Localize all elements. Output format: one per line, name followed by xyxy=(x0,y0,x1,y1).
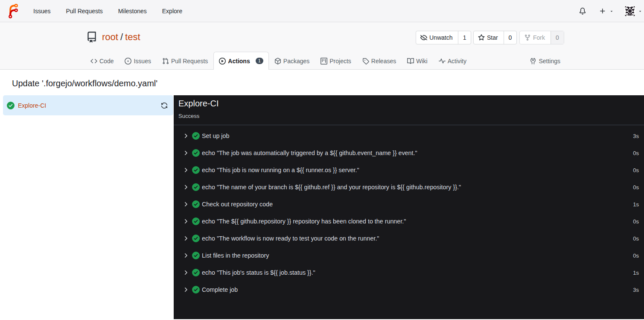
chevron-right-icon xyxy=(182,252,189,259)
chevron-right-icon xyxy=(182,286,189,293)
job-success-icon xyxy=(7,102,15,109)
job-step-row[interactable]: echo "The ${{ github.repository }} repos… xyxy=(174,213,644,230)
navbar-right xyxy=(579,6,644,17)
watch-count[interactable]: 1 xyxy=(458,31,471,44)
chevron-right-icon xyxy=(182,269,189,276)
job-step-row[interactable]: echo "This job is now running on a ${{ r… xyxy=(174,161,644,179)
job-step-row[interactable]: Check out repository code 1s xyxy=(174,196,644,213)
run-body: Explore-CI Explore-CI Success Set up job… xyxy=(0,95,644,319)
job-step-row[interactable]: echo "The name of your branch is ${{ git… xyxy=(174,179,644,196)
chevron-right-icon xyxy=(182,201,189,208)
chevron-right-icon xyxy=(182,235,189,242)
chevron-right-icon xyxy=(182,132,189,139)
step-duration: 3s xyxy=(633,287,639,293)
top-navbar: Issues Pull Requests Milestones Explore xyxy=(0,0,644,22)
tag-icon xyxy=(362,58,369,65)
step-duration: 0s xyxy=(633,235,639,242)
create-new-dropdown[interactable] xyxy=(599,8,614,15)
job-step-row[interactable]: echo "The workflow is now ready to test … xyxy=(174,230,644,247)
job-list-item[interactable]: Explore-CI xyxy=(3,95,173,115)
repo-header: root / test Unwatch 1 Star 0 Fork 0 xyxy=(0,22,644,70)
plus-icon xyxy=(599,8,606,15)
run-title: Update '.forgejo/workflows/demo.yaml' xyxy=(12,77,644,89)
book-icon xyxy=(407,58,414,65)
repo-tab[interactable]: Activity xyxy=(433,52,472,70)
fork-icon xyxy=(524,34,531,41)
step-success-icon xyxy=(192,217,200,225)
repo-tab[interactable]: Code xyxy=(85,52,119,70)
package-icon xyxy=(274,58,281,65)
job-step-row[interactable]: List files in the repository 0s xyxy=(174,247,644,264)
rerun-job-icon[interactable] xyxy=(161,102,168,109)
step-success-icon xyxy=(192,252,200,259)
repo-action-buttons: Unwatch 1 Star 0 Fork 0 xyxy=(0,31,644,44)
repo-tab[interactable]: Packages xyxy=(269,52,315,70)
navbar-menu: Issues Pull Requests Milestones Explore xyxy=(33,8,182,15)
job-step-row[interactable]: Complete job 3s xyxy=(174,281,644,298)
play-icon xyxy=(219,58,226,65)
code-icon xyxy=(90,58,97,65)
navbar-menu-item[interactable]: Pull Requests xyxy=(66,8,102,15)
actions-run-view: Update '.forgejo/workflows/demo.yaml' Ex… xyxy=(0,77,644,319)
job-step-row[interactable]: echo "The job was automatically triggere… xyxy=(174,144,644,161)
avatar-chevron-down-icon[interactable] xyxy=(638,9,642,13)
job-step-row[interactable]: echo "This job's status is ${{ job.statu… xyxy=(174,264,644,281)
step-duration: 1s xyxy=(633,201,639,208)
repo-tab[interactable]: Actions 1 xyxy=(213,52,268,70)
step-success-icon xyxy=(192,269,200,276)
bell-icon[interactable] xyxy=(579,8,586,15)
job-log-title: Explore-CI xyxy=(178,98,639,109)
chevron-right-icon xyxy=(182,150,189,156)
issue-icon xyxy=(125,58,131,65)
job-step-row[interactable]: Set up job 3s xyxy=(174,127,644,144)
chevron-right-icon xyxy=(182,167,189,173)
repo-tab[interactable]: Issues xyxy=(119,52,156,70)
tab-count-badge: 1 xyxy=(256,58,263,64)
navbar-menu-item[interactable]: Issues xyxy=(33,8,50,15)
step-duration: 1s xyxy=(633,270,639,276)
step-duration: 0s xyxy=(633,184,639,191)
project-icon xyxy=(321,58,327,65)
job-steps-list: Set up job 3s echo "The job was automati… xyxy=(174,125,644,298)
star-icon xyxy=(478,34,485,41)
forgejo-logo-icon[interactable] xyxy=(6,4,20,18)
step-duration: 0s xyxy=(633,218,639,225)
repo-tab[interactable]: Releases xyxy=(357,52,402,70)
step-success-icon xyxy=(192,149,200,157)
fork-count[interactable]: 0 xyxy=(551,31,564,44)
repo-tab[interactable]: Wiki xyxy=(402,52,433,70)
eye-closed-icon xyxy=(420,34,427,41)
star-button[interactable]: Star 0 xyxy=(473,31,517,44)
tools-icon xyxy=(530,58,536,65)
navbar-menu-item[interactable]: Milestones xyxy=(118,8,147,15)
fork-button[interactable]: Fork 0 xyxy=(519,31,564,44)
navbar-menu-item[interactable]: Explore xyxy=(162,8,182,15)
chevron-right-icon xyxy=(182,218,189,225)
job-list: Explore-CI xyxy=(3,95,173,115)
job-log-header: Explore-CI Success xyxy=(174,95,644,125)
step-success-icon xyxy=(192,200,200,208)
job-log-panel: Explore-CI Success Set up job 3s echo " xyxy=(174,95,644,319)
step-duration: 0s xyxy=(633,167,639,173)
step-success-icon xyxy=(192,183,200,191)
unwatch-button[interactable]: Unwatch 1 xyxy=(416,31,471,44)
chevron-down-icon xyxy=(609,9,614,13)
chevron-right-icon xyxy=(182,184,189,191)
step-duration: 3s xyxy=(633,133,639,139)
step-duration: 0s xyxy=(633,252,639,259)
job-log-status: Success xyxy=(178,112,639,120)
star-count[interactable]: 0 xyxy=(504,31,516,44)
repo-tabs: Code Issues Pull Requests Actions 1 xyxy=(85,52,566,70)
avatar[interactable] xyxy=(624,6,635,17)
step-duration: 0s xyxy=(633,150,639,156)
step-success-icon xyxy=(192,235,200,242)
pulse-icon xyxy=(439,58,446,65)
step-success-icon xyxy=(192,286,200,294)
pr-icon xyxy=(162,58,169,65)
repo-tab-settings[interactable]: Settings xyxy=(524,52,566,70)
step-success-icon xyxy=(192,166,200,174)
repo-tab[interactable]: Projects xyxy=(315,52,357,70)
step-success-icon xyxy=(192,132,200,140)
repo-tab[interactable]: Pull Requests xyxy=(157,52,213,70)
